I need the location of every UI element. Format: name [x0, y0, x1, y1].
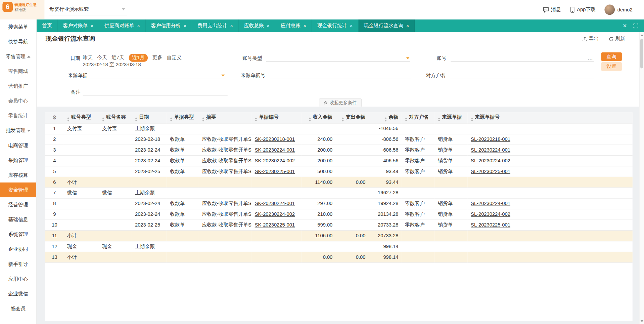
table-row[interactable]: 52023-02-25收款单应收款-收取零售开单SL-2SK-20230225-…: [45, 166, 633, 177]
column-header-account_type[interactable]: 账号类型: [64, 113, 99, 123]
table-row[interactable]: 102023-02-25收款单应收款-收取零售开单SL-2SK-20230225…: [45, 219, 633, 230]
date-option[interactable]: 今天: [97, 54, 107, 62]
source_doc_no-link[interactable]: SL-20230224-002: [471, 211, 510, 217]
table-row[interactable]: 1支付宝支付宝上期余额-1046.56: [45, 123, 633, 134]
tab-close-icon[interactable]: ×: [91, 23, 94, 28]
sidebar-item-ecommerce-management[interactable]: 电商管理: [0, 138, 36, 153]
grid-settings-gear-icon[interactable]: ⚙: [52, 115, 57, 121]
sidebar-item-retail-mall[interactable]: 零售商城: [0, 64, 36, 79]
source_doc_no-link[interactable]: SL-20230225-001: [471, 222, 510, 228]
remark-input[interactable]: [83, 87, 227, 96]
table-row[interactable]: 32023-02-24收款单应收款-收取零售开单SL-2SK-20230224-…: [45, 145, 633, 155]
column-header-account_name[interactable]: 账号名称: [99, 113, 132, 123]
table-row-subtotal[interactable]: 6小计1140.000.0093.44: [45, 177, 633, 188]
column-header-doc_type[interactable]: 单据类型: [167, 113, 199, 123]
tab-customer-statement[interactable]: 客户对账单×: [58, 19, 99, 32]
tab-home[interactable]: 首页: [37, 19, 58, 32]
column-header-income[interactable]: 收入金额: [302, 113, 336, 123]
counterparty-input[interactable]: [450, 70, 594, 79]
date-option[interactable]: 近7天: [111, 54, 124, 62]
sort-icon[interactable]: [170, 118, 172, 122]
tab-close-icon[interactable]: ×: [303, 23, 306, 28]
sort-icon[interactable]: [405, 118, 407, 122]
sort-icon[interactable]: [384, 118, 387, 122]
sidebar-item-chang-member[interactable]: 畅会员: [0, 301, 36, 316]
sidebar-item-fund-management[interactable]: 资金管理: [0, 183, 36, 197]
source_doc_no-link[interactable]: SL-20230224-001: [471, 147, 510, 153]
tab-close-icon[interactable]: ×: [184, 23, 187, 28]
table-row-subtotal[interactable]: 13小计0.000.00998.14: [45, 252, 633, 262]
source_doc_no-link[interactable]: SL-20230224-002: [471, 158, 510, 163]
source_doc_no-link[interactable]: SL-20230218-001: [471, 136, 510, 142]
column-header-source_doc[interactable]: 来源单据: [434, 113, 467, 123]
query-button[interactable]: 查询: [601, 52, 622, 61]
table-row[interactable]: 92023-02-24收款单应收款-收取零售开单SL-2SK-20230224-…: [45, 209, 633, 219]
column-header-summary[interactable]: 摘要: [199, 113, 251, 123]
tab-cash-bank-flow-query[interactable]: 现金银行流水查询×: [359, 19, 415, 32]
sort-icon[interactable]: [255, 118, 257, 122]
doc_no-link[interactable]: SK-20230225-001: [255, 222, 295, 228]
sort-icon[interactable]: [471, 118, 473, 122]
tab-ar-ledger[interactable]: 应收总账×: [239, 19, 275, 32]
sidebar-item-search-menu[interactable]: 搜索菜单: [0, 19, 36, 34]
doc_no-link[interactable]: SK-20230225-001: [255, 168, 295, 174]
column-header-counterparty[interactable]: 对方户名: [402, 113, 434, 123]
sidebar-item-basic-info[interactable]: 基础信息: [0, 212, 36, 227]
date-option[interactable]: 昨天: [83, 54, 92, 62]
collapse-more-filters-button[interactable]: 收起更多条件: [319, 98, 362, 107]
sidebar-item-app-center[interactable]: 应用中心: [0, 272, 36, 286]
sort-icon[interactable]: [102, 118, 104, 122]
tab-close-icon[interactable]: ×: [350, 23, 353, 28]
sort-icon[interactable]: [438, 118, 440, 122]
sidebar-item-inventory-accounting[interactable]: 库存核算: [0, 168, 36, 183]
column-header-doc_no[interactable]: 单据编号: [251, 113, 302, 123]
sidebar-item-enterprise-wechat[interactable]: 企业微信: [0, 286, 36, 301]
fullscreen-icon[interactable]: [633, 23, 638, 28]
close-tab-button[interactable]: ×: [623, 22, 627, 30]
date-option[interactable]: 自定义: [167, 54, 182, 62]
source-doc-select[interactable]: [86, 70, 225, 79]
date-option[interactable]: 更多: [152, 54, 162, 62]
column-header-source_doc_no[interactable]: 来源单据号: [467, 113, 632, 123]
sidebar-item-enterprise-collab[interactable]: 企业协同: [0, 242, 36, 256]
doc_no-link[interactable]: SK-20230224-002: [255, 211, 295, 217]
sort-icon[interactable]: [341, 118, 344, 122]
table-row[interactable]: 82023-02-24收款单应收款-收取零售开单SL-2SK-20230224-…: [45, 198, 633, 209]
sidebar-item-wholesale-management[interactable]: 批发管理: [0, 123, 36, 138]
app-download-button[interactable]: App下载: [570, 6, 595, 13]
column-header-balance[interactable]: 余额: [369, 113, 402, 123]
tab-customer-credit-analysis[interactable]: 客户信用分析×: [146, 19, 192, 32]
table-row[interactable]: 22023-02-18收款单应收款-收取零售开单SL-2SK-20230218-…: [45, 134, 633, 145]
doc_no-link[interactable]: SK-20230224-001: [255, 201, 295, 206]
date-option[interactable]: 近1月: [129, 54, 148, 62]
vertical-scrollbar[interactable]: [639, 32, 644, 324]
scroll-down-icon[interactable]: [640, 320, 644, 322]
sort-icon[interactable]: [67, 118, 70, 122]
account-input[interactable]: ...: [451, 53, 594, 62]
table-row[interactable]: 12现金现金上期余额998.14: [45, 241, 633, 252]
table-row-subtotal[interactable]: 11小计1106.000.0020733.28: [45, 230, 633, 241]
tab-close-icon[interactable]: ×: [137, 23, 140, 28]
source-doc-no-input[interactable]: [270, 70, 411, 79]
table-row[interactable]: 7微信微信上期余额19627.28: [45, 188, 633, 198]
account-picker-ellipsis[interactable]: ...: [588, 57, 593, 60]
sidebar-item-quick-nav[interactable]: 快捷导航: [0, 34, 36, 49]
table-row[interactable]: 42023-02-24收款单应收款-收取零售开单SL-2SK-20230224-…: [45, 155, 633, 166]
tab-ap-ledger[interactable]: 应付总账×: [275, 19, 312, 32]
sidebar-item-business-management[interactable]: 经营管理: [0, 197, 36, 212]
sort-icon[interactable]: [202, 118, 204, 122]
tab-cash-bank-stats[interactable]: 现金银行统计×: [312, 19, 359, 32]
doc_no-link[interactable]: SK-20230224-002: [255, 158, 295, 163]
sort-icon[interactable]: [309, 118, 311, 122]
user-menu[interactable]: demo2: [605, 4, 633, 15]
scrollbar-thumb[interactable]: [640, 39, 643, 68]
doc_no-link[interactable]: SK-20230224-001: [255, 147, 295, 153]
sort-icon[interactable]: [135, 118, 137, 122]
sidebar-item-member-center[interactable]: 会员中心: [0, 93, 36, 108]
account-set-select[interactable]: 母婴行业演示账套: [49, 4, 127, 15]
sidebar-item-beginner-guide[interactable]: 新手引导: [0, 257, 36, 272]
refresh-button[interactable]: 刷新: [609, 35, 625, 42]
account-type-select[interactable]: [266, 53, 410, 62]
export-button[interactable]: 导出: [582, 35, 599, 42]
sidebar-item-purchase-management[interactable]: 采购管理: [0, 153, 36, 168]
